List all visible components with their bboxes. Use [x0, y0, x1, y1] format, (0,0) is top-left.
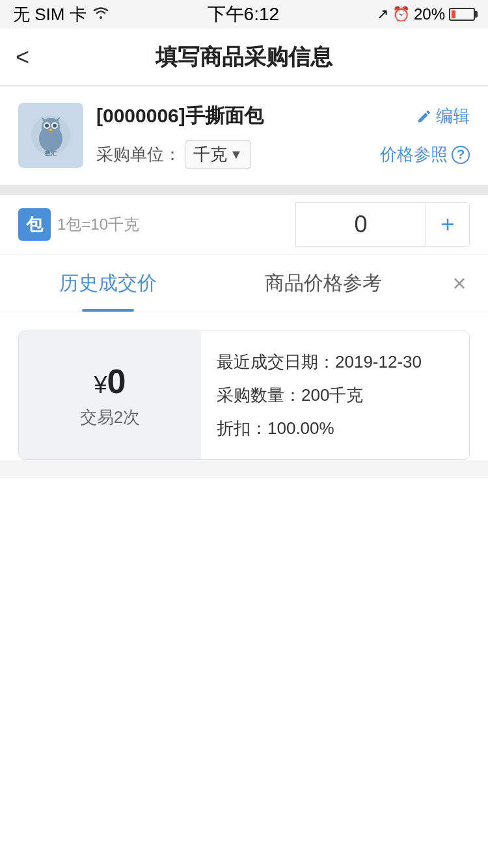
wifi-icon [92, 5, 110, 25]
alarm-icon: ⏰ [392, 6, 410, 23]
price-display: ¥0 [94, 362, 126, 401]
svg-text:数汇: 数汇 [44, 150, 57, 157]
status-right: ↗ ⏰ 20% [377, 5, 475, 23]
currency-symbol: ¥ [94, 372, 107, 398]
svg-point-6 [53, 124, 57, 128]
purchase-qty-row: 采购数量：200千克 [217, 383, 454, 408]
purchase-qty-label: 采购数量： [217, 385, 301, 405]
price-ref-button[interactable]: 价格参照 ? [380, 143, 470, 166]
card-price-section: ¥0 交易2次 [19, 331, 201, 459]
price-value: 0 [107, 362, 126, 400]
tab-active-underline [82, 309, 134, 312]
location-icon: ↗ [377, 6, 388, 23]
unit-label: 采购单位： [96, 143, 181, 166]
product-header: 数汇 [0000006]手撕面包 编辑 采购单位： 千克 ▼ [18, 103, 470, 169]
quantity-input[interactable] [295, 202, 426, 247]
qty-input-group: + [295, 202, 470, 247]
qty-label-group: 包 1包=10千克 [18, 208, 139, 241]
help-circle-icon: ? [452, 146, 470, 164]
lower-white-area [0, 478, 488, 868]
qty-unit-box: 包 [18, 208, 51, 241]
page-title: 填写商品采购信息 [156, 42, 332, 72]
quantity-row: 包 1包=10千克 + [0, 195, 488, 254]
edit-button[interactable]: 编辑 [416, 105, 470, 128]
discount-row: 折扣：100.00% [217, 416, 454, 441]
discount-label: 折扣： [217, 418, 267, 438]
transaction-card: ¥0 交易2次 最近成交日期：2019-12-30 采购数量：200千克 折扣：… [18, 331, 470, 460]
unit-selector-group: 采购单位： 千克 ▼ [96, 140, 251, 169]
tab-product-price-ref[interactable]: 商品价格参考 [215, 255, 431, 312]
tab-history-price-label: 历史成交价 [59, 270, 157, 297]
price-ref-label: 价格参照 [380, 143, 448, 166]
unit-select[interactable]: 千克 ▼ [185, 140, 251, 169]
plus-icon: + [441, 211, 454, 238]
trade-count: 交易2次 [80, 406, 140, 429]
tabs-header: 历史成交价 商品价格参考 × [0, 255, 488, 312]
gray-divider [0, 185, 488, 195]
product-thumbnail: 数汇 [18, 103, 83, 168]
qty-plus-button[interactable]: + [426, 202, 470, 247]
close-icon: × [452, 270, 466, 297]
edit-icon [416, 109, 432, 124]
tabs-section: 历史成交价 商品价格参考 × ¥0 交易2次 最近成交日期：2019-12-30… [0, 255, 488, 460]
no-sim-label: 无 SIM 卡 [13, 3, 87, 26]
back-button[interactable]: < [16, 44, 29, 71]
battery-percent: 20% [414, 5, 445, 23]
product-name-row: [0000006]手撕面包 编辑 [96, 103, 470, 129]
recent-date-label: 最近成交日期： [217, 352, 335, 372]
dropdown-arrow-icon: ▼ [230, 147, 243, 162]
svg-point-5 [45, 124, 49, 128]
product-info: [0000006]手撕面包 编辑 采购单位： 千克 ▼ 价格 [96, 103, 470, 169]
status-left: 无 SIM 卡 [13, 3, 110, 26]
product-unit-row: 采购单位： 千克 ▼ 价格参照 ? [96, 140, 470, 169]
nav-bar: < 填写商品采购信息 [0, 29, 488, 86]
product-logo: 数汇 [28, 113, 74, 158]
product-card: 数汇 [0000006]手撕面包 编辑 采购单位： 千克 ▼ [0, 87, 488, 185]
edit-label: 编辑 [436, 105, 470, 128]
recent-date-row: 最近成交日期：2019-12-30 [217, 349, 454, 375]
tab-history-price[interactable]: 历史成交价 [0, 255, 215, 312]
product-name: [0000006]手撕面包 [96, 103, 264, 129]
discount-value: 100.00% [267, 418, 334, 438]
battery-icon [449, 8, 475, 21]
tab-product-price-ref-label: 商品价格参考 [265, 270, 382, 297]
qty-unit-label: 包 [26, 213, 43, 236]
unit-value: 千克 [193, 143, 227, 166]
recent-date-value: 2019-12-30 [335, 352, 422, 372]
purchase-qty-value: 200千克 [301, 385, 363, 405]
status-bar: 无 SIM 卡 下午6:12 ↗ ⏰ 20% [0, 0, 488, 29]
qty-conversion-text: 1包=10千克 [57, 214, 139, 235]
tab-close-button[interactable]: × [431, 255, 488, 312]
card-details-section: 最近成交日期：2019-12-30 采购数量：200千克 折扣：100.00% [201, 331, 469, 459]
status-time: 下午6:12 [208, 2, 280, 27]
